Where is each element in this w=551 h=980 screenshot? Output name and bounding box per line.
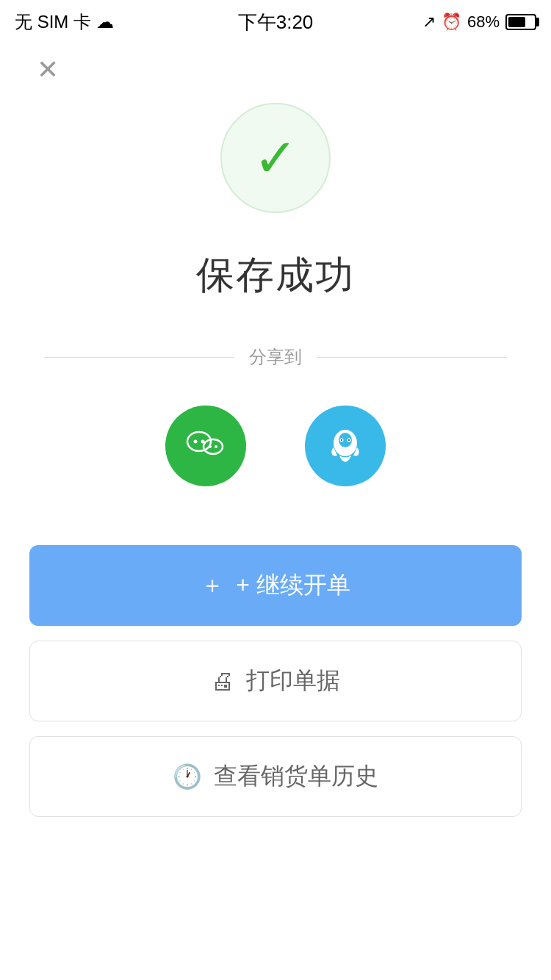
share-wechat-button[interactable]	[165, 406, 246, 486]
print-receipt-label: 打印单据	[246, 665, 340, 697]
share-divider: 分享到	[0, 345, 551, 369]
battery-percent: 68%	[467, 12, 500, 32]
status-right: ↗ ⏰ 68%	[422, 12, 536, 32]
divider-left	[44, 357, 234, 358]
view-history-button[interactable]: 🕐 查看销货单历史	[29, 736, 522, 817]
view-history-label: 查看销货单历史	[214, 760, 378, 793]
qq-icon	[323, 424, 367, 468]
success-circle: ✓	[220, 103, 331, 213]
continue-order-button[interactable]: ＋ + 继续开单	[29, 545, 522, 626]
status-time: 下午3:20	[238, 10, 314, 35]
success-title: 保存成功	[196, 250, 355, 301]
close-icon: ✕	[37, 57, 59, 83]
action-buttons-container: ＋ + 继续开单 🖨 打印单据 🕐 查看销货单历史	[0, 545, 551, 832]
status-left: 无 SIM 卡 ☁	[15, 10, 114, 34]
print-icon: 🖨	[211, 668, 234, 695]
battery-icon	[505, 14, 536, 30]
svg-point-1	[194, 440, 198, 444]
clock-icon: 🕐	[173, 763, 202, 790]
continue-order-label: + 继续开单	[236, 569, 350, 602]
alarm-icon: ⏰	[442, 12, 461, 32]
status-bar: 无 SIM 卡 ☁ 下午3:20 ↗ ⏰ 68%	[0, 0, 551, 44]
svg-point-11	[348, 439, 350, 441]
print-receipt-button[interactable]: 🖨 打印单据	[29, 641, 522, 721]
share-qq-button[interactable]	[305, 406, 386, 486]
sim-label: 无 SIM 卡 ☁	[15, 10, 114, 34]
wechat-icon	[184, 424, 228, 468]
share-buttons-container	[165, 406, 386, 486]
close-button[interactable]: ✕	[29, 51, 66, 88]
svg-point-5	[215, 445, 217, 448]
location-icon: ↗	[422, 12, 436, 32]
svg-point-10	[341, 439, 342, 441]
svg-point-4	[209, 445, 212, 448]
plus-icon: ＋	[201, 569, 224, 602]
share-label: 分享到	[234, 345, 317, 369]
checkmark-icon: ✓	[253, 131, 298, 184]
svg-point-3	[204, 439, 223, 454]
main-content: ✓ 保存成功 分享到	[0, 44, 551, 832]
divider-right	[317, 357, 507, 358]
